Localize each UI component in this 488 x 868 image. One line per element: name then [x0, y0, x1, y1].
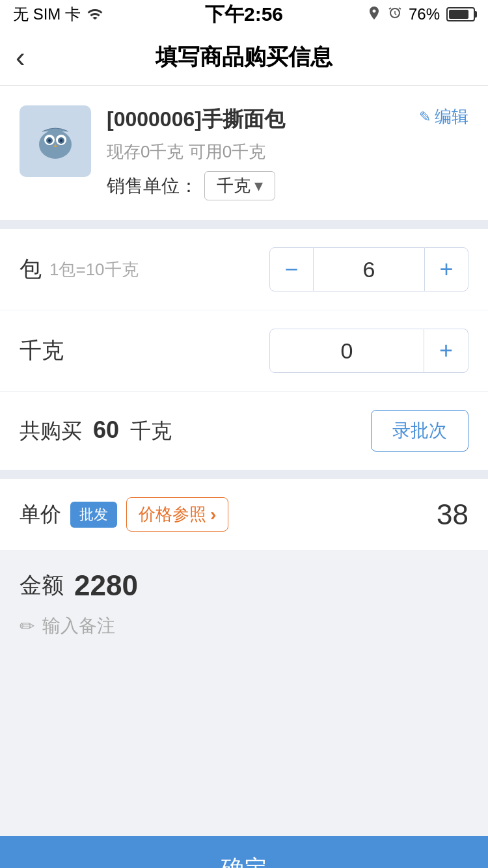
- product-stock: 现存0千克 可用0千克: [107, 141, 468, 163]
- status-time: 下午2:56: [205, 1, 283, 28]
- owl-icon: [33, 122, 78, 161]
- quantity-row-kg: 千克 +: [0, 310, 488, 392]
- wifi-icon: [86, 5, 104, 23]
- batch-badge: 批发: [70, 502, 117, 528]
- page-title: 填写商品购买信息: [156, 42, 332, 72]
- qty-unit-bao: 包: [20, 254, 42, 284]
- divider-2: [0, 470, 488, 479]
- amount-label: 金额: [20, 571, 64, 601]
- status-left: 无 SIM 卡: [13, 4, 104, 25]
- confirm-label: 确定: [221, 853, 267, 869]
- price-ref-btn[interactable]: 价格参照 ›: [126, 497, 228, 532]
- price-left: 单价 批发 价格参照 ›: [20, 497, 228, 532]
- amount-value: 2280: [74, 569, 138, 602]
- status-right: 76%: [367, 5, 475, 23]
- edit-icon: ✎: [419, 109, 431, 126]
- status-bar: 无 SIM 卡 下午2:56 76%: [0, 0, 488, 29]
- qty-sub-bao: 1包=10千克: [49, 258, 139, 281]
- price-section: 单价 批发 价格参照 › 38: [0, 479, 488, 550]
- divider-1: [0, 220, 488, 229]
- qty-unit-kg: 千克: [20, 336, 64, 366]
- total-row: 共购买 60 千克 录批次: [0, 392, 488, 470]
- product-card: [0000006]手撕面包 现存0千克 可用0千克 销售单位： 千克 ▾ ✎ 编…: [0, 86, 488, 220]
- alarm-icon: [388, 5, 402, 23]
- qty-plus-btn-bao[interactable]: +: [424, 247, 468, 292]
- svg-point-6: [48, 139, 51, 142]
- back-button[interactable]: ‹: [16, 43, 25, 72]
- total-value: 60: [93, 416, 119, 443]
- qty-controls-kg: +: [269, 329, 468, 373]
- unit-select[interactable]: 千克 ▾: [204, 171, 275, 200]
- qty-input-kg[interactable]: [269, 329, 424, 373]
- price-value: 38: [437, 498, 468, 531]
- quantity-row-bao: 包 1包=10千克 − +: [0, 229, 488, 310]
- qty-plus-btn-kg[interactable]: +: [424, 329, 468, 373]
- qty-input-bao[interactable]: [314, 247, 424, 292]
- product-info: [0000006]手撕面包 现存0千克 可用0千克 销售单位： 千克 ▾: [107, 105, 468, 200]
- carrier-text: 无 SIM 卡: [13, 4, 81, 25]
- qty-controls-bao: − +: [269, 247, 468, 292]
- product-unit-row: 销售单位： 千克 ▾: [107, 171, 468, 200]
- record-batch-btn[interactable]: 录批次: [371, 410, 468, 452]
- unit-label: 销售单位：: [107, 174, 198, 198]
- empty-space: [0, 654, 488, 836]
- note-placeholder[interactable]: 输入备注: [42, 614, 115, 638]
- product-name: [0000006]手撕面包: [107, 105, 468, 134]
- battery-icon: [446, 7, 475, 21]
- note-row: ✏ 输入备注: [20, 614, 468, 638]
- location-icon: [367, 5, 381, 23]
- total-text: 共购买 60 千克: [20, 416, 172, 446]
- qty-label-bao: 包 1包=10千克: [20, 254, 139, 284]
- product-image: [20, 105, 91, 177]
- svg-point-7: [60, 139, 62, 142]
- amount-section: 金额 2280 ✏ 输入备注: [0, 550, 488, 654]
- nav-bar: ‹ 填写商品购买信息: [0, 29, 488, 86]
- pencil-icon: ✏: [20, 616, 34, 637]
- price-label: 单价: [20, 500, 61, 529]
- edit-button[interactable]: ✎ 编辑: [419, 105, 468, 128]
- amount-row: 金额 2280: [20, 569, 468, 602]
- qty-minus-btn-bao[interactable]: −: [269, 247, 314, 292]
- battery-text: 76%: [409, 5, 440, 23]
- qty-label-kg: 千克: [20, 336, 64, 366]
- confirm-btn[interactable]: 确定: [0, 836, 488, 868]
- ref-arrow-icon: ›: [210, 504, 216, 525]
